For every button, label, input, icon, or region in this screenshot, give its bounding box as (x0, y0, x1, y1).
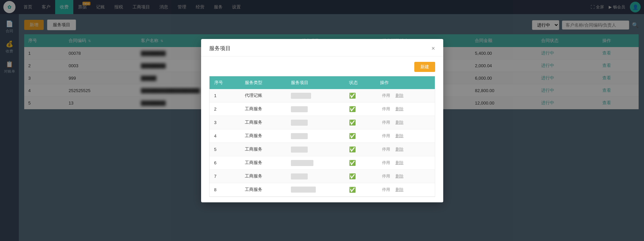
modal-th-item: 服务项目 (286, 76, 345, 89)
status-check-icon: ✅ (349, 173, 356, 179)
modal-cell-action[interactable]: 停用 删除 (375, 129, 434, 143)
status-check-icon: ✅ (349, 160, 356, 166)
delete-button[interactable]: 删除 (393, 119, 406, 126)
modal-cell-type: 工商服务 (240, 183, 286, 196)
delete-button[interactable]: 删除 (393, 146, 406, 153)
modal-cell-status: ✅ (344, 156, 375, 169)
modal-cell-seq: 8 (210, 183, 240, 196)
modal-cell-item: ████ 1 (286, 89, 345, 103)
modal-cell-type: 工商服务 (240, 156, 286, 169)
modal-cell-action[interactable]: 停用 删除 (375, 156, 434, 169)
delete-button[interactable]: 删除 (393, 106, 406, 113)
modal-cell-status: ✅ (344, 143, 375, 156)
modal-cell-item: ██████ (286, 156, 345, 169)
status-check-icon: ✅ (349, 93, 356, 98)
modal-cell-seq: 3 (210, 116, 240, 129)
modal-cell-action[interactable]: 停用 删除 (375, 169, 434, 183)
modal-cell-status: ✅ (344, 169, 375, 183)
stop-button[interactable]: 停用 (380, 159, 392, 166)
modal-table-wrap: 序号 服务类型 服务项目 状态 操作 1 代理记账 ████ 1 ✅ 停用 删除 (209, 76, 435, 197)
stop-button[interactable]: 停用 (380, 119, 392, 126)
modal-cell-seq: 4 (210, 129, 240, 143)
modal-cell-action[interactable]: 停用 删除 (375, 102, 434, 116)
modal-cell-item: ████ (286, 169, 345, 183)
modal-table-row: 2 工商服务 ████ ✅ 停用 删除 (210, 102, 435, 116)
modal-cell-type: 工商服务 (240, 102, 286, 116)
status-check-icon: ✅ (349, 147, 356, 152)
status-check-icon: ✅ (349, 187, 356, 193)
modal-th-status: 状态 (344, 76, 375, 89)
modal-cell-item: ████ (286, 116, 345, 129)
modal-table-row: 5 工商服务 ████ ✅ 停用 删除 (210, 143, 435, 156)
modal-cell-action[interactable]: 停用 删除 (375, 143, 434, 156)
stop-button[interactable]: 停用 (380, 186, 392, 193)
status-check-icon: ✅ (349, 120, 356, 125)
delete-button[interactable]: 删除 (393, 173, 406, 180)
modal-table-row: 6 工商服务 ██████ ✅ 停用 删除 (210, 156, 435, 169)
modal-cell-type: 代理记账 (240, 89, 286, 103)
modal-cell-type: 工商服务 (240, 143, 286, 156)
status-check-icon: ✅ (349, 106, 356, 112)
modal-cell-type: 工商服务 (240, 116, 286, 129)
delete-button[interactable]: 删除 (393, 159, 406, 166)
stop-button[interactable]: 停用 (380, 92, 392, 99)
service-items-table: 序号 服务类型 服务项目 状态 操作 1 代理记账 ████ 1 ✅ 停用 删除 (210, 76, 435, 197)
modal-table-row: 8 工商服务 ████注册 ✅ 停用 删除 (210, 183, 435, 196)
modal-header: 服务项目 × (201, 39, 443, 56)
modal-cell-item: ████注册 (286, 183, 345, 196)
modal-th-seq: 序号 (210, 76, 240, 89)
modal-cell-action[interactable]: 停用 删除 (375, 116, 434, 129)
modal-close-button[interactable]: × (431, 45, 435, 52)
modal-cell-item: ████ (286, 143, 345, 156)
modal-cell-status: ✅ (344, 102, 375, 116)
modal-title: 服务项目 (209, 45, 231, 52)
stop-button[interactable]: 停用 (380, 173, 392, 180)
status-check-icon: ✅ (349, 133, 356, 139)
modal-table-row: 7 工商服务 ████ ✅ 停用 删除 (210, 169, 435, 183)
modal-cell-seq: 2 (210, 102, 240, 116)
modal-overlay[interactable]: 服务项目 × 新建 序号 服务类型 服务项目 状态 操作 (0, 0, 644, 241)
delete-button[interactable]: 删除 (393, 132, 406, 139)
modal-th-action: 操作 (375, 76, 434, 89)
modal-table-row: 1 代理记账 ████ 1 ✅ 停用 删除 (210, 89, 435, 103)
modal-cell-item: ████ (286, 129, 345, 143)
modal-table-row: 3 工商服务 ████ ✅ 停用 删除 (210, 116, 435, 129)
modal-body: 新建 序号 服务类型 服务项目 状态 操作 1 代理记账 (201, 56, 443, 202)
modal-cell-status: ✅ (344, 89, 375, 103)
modal-cell-type: 工商服务 (240, 129, 286, 143)
modal-cell-action[interactable]: 停用 删除 (375, 89, 434, 103)
stop-button[interactable]: 停用 (380, 106, 392, 113)
stop-button[interactable]: 停用 (380, 146, 392, 153)
modal-cell-status: ✅ (344, 183, 375, 196)
delete-button[interactable]: 删除 (393, 92, 406, 99)
modal-cell-seq: 7 (210, 169, 240, 183)
service-items-modal: 服务项目 × 新建 序号 服务类型 服务项目 状态 操作 (201, 39, 443, 202)
modal-cell-action[interactable]: 停用 删除 (375, 183, 434, 196)
modal-cell-status: ✅ (344, 116, 375, 129)
modal-new-button[interactable]: 新建 (414, 62, 435, 72)
modal-toolbar: 新建 (209, 62, 435, 72)
modal-cell-item: ████ (286, 102, 345, 116)
modal-cell-seq: 5 (210, 143, 240, 156)
modal-th-type: 服务类型 (240, 76, 286, 89)
modal-cell-type: 工商服务 (240, 169, 286, 183)
modal-cell-seq: 1 (210, 89, 240, 103)
modal-table-row: 4 工商服务 ████ ✅ 停用 删除 (210, 129, 435, 143)
modal-cell-status: ✅ (344, 129, 375, 143)
delete-button[interactable]: 删除 (393, 186, 406, 193)
stop-button[interactable]: 停用 (380, 132, 392, 139)
modal-cell-seq: 6 (210, 156, 240, 169)
